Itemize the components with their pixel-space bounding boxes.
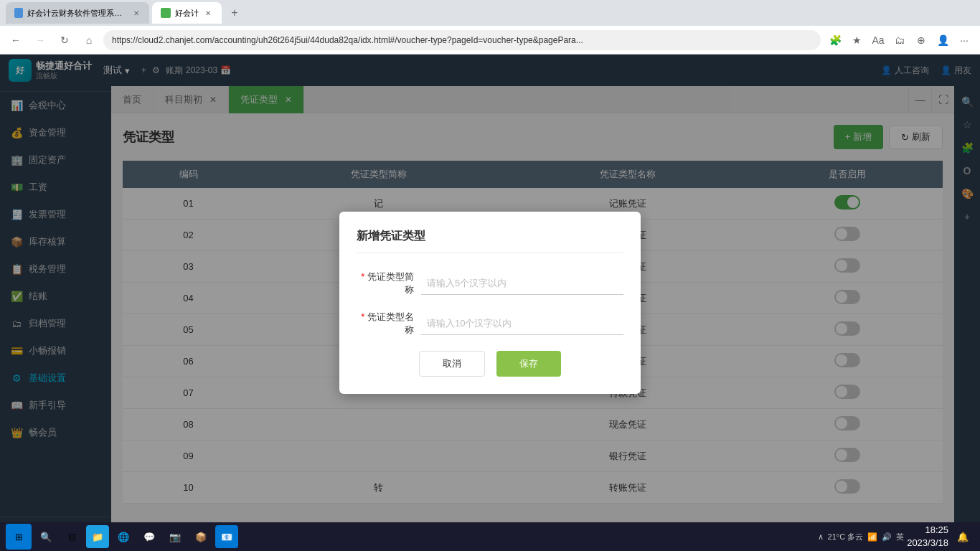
- address-input[interactable]: [103, 30, 821, 50]
- save-button[interactable]: 保存: [496, 351, 561, 377]
- full-name-row: * 凭证类型名称: [357, 311, 623, 336]
- tab2-close[interactable]: ✕: [203, 8, 213, 18]
- favorites-btn[interactable]: ★: [847, 30, 867, 50]
- forward-button[interactable]: →: [30, 30, 50, 50]
- start-icon: ⊞: [15, 532, 23, 542]
- browser-tab-1[interactable]: 好会计云财务软件管理系统_会计 ✕: [6, 2, 149, 24]
- tab1-title: 好会计云财务软件管理系统_会计: [27, 8, 128, 19]
- cancel-button[interactable]: 取消: [419, 351, 485, 377]
- tab2-title: 好会计: [175, 8, 199, 19]
- extensions-btn[interactable]: 🧩: [825, 30, 845, 50]
- full-name-input[interactable]: [421, 312, 623, 335]
- collections-btn[interactable]: 🗂: [890, 30, 910, 50]
- short-name-row: * 凭证类型简称: [357, 270, 623, 296]
- home-button[interactable]: ⌂: [79, 30, 99, 50]
- refresh-button[interactable]: ↻: [55, 30, 75, 50]
- profile-btn[interactable]: 👤: [933, 30, 953, 50]
- taskbar-store[interactable]: 📦: [189, 525, 212, 548]
- date-display: 2023/3/18: [907, 537, 948, 550]
- wifi-icon: 📶: [867, 532, 877, 542]
- browser-tab-2[interactable]: 好会计 ✕: [152, 2, 222, 24]
- time-display: 18:25: [907, 524, 948, 537]
- short-label-text: 凭证类型简称: [367, 271, 414, 295]
- short-name-label: * 凭证类型简称: [357, 270, 421, 296]
- taskbar-view[interactable]: ⊟: [60, 525, 83, 548]
- modal-title: 新增凭证类型: [357, 229, 623, 253]
- short-name-input[interactable]: [421, 272, 623, 295]
- full-name-label: * 凭证类型名称: [357, 311, 421, 336]
- taskbar-wechat[interactable]: 💬: [138, 525, 161, 548]
- name-required-mark: *: [361, 311, 364, 322]
- taskbar-search[interactable]: 🔍: [34, 525, 57, 548]
- taskbar: ⊞ 🔍 ⊟ 📁 🌐 💬 📷 📦 📧 ∧ 21°C 多云 📶 🔊 英 18:25 …: [0, 522, 980, 551]
- start-button[interactable]: ⊞: [6, 524, 32, 550]
- name-label-text: 凭证类型名称: [367, 311, 414, 335]
- taskbar-notification[interactable]: 🔔: [951, 525, 974, 548]
- tab1-favicon: [14, 8, 23, 18]
- new-tab-button[interactable]: +: [225, 3, 245, 23]
- browser-chrome: 好会计云财务软件管理系统_会计 ✕ 好会计 ✕ + ← → ↻ ⌂ 🧩 ★ Aa…: [0, 0, 980, 55]
- browser-actions: 🧩 ★ Aa 🗂 ⊕ 👤 ···: [825, 30, 974, 50]
- taskbar-mail[interactable]: 📧: [215, 525, 238, 548]
- taskbar-chrome[interactable]: 🌐: [112, 525, 135, 548]
- tray-expand[interactable]: ∧: [818, 532, 824, 542]
- taskbar-photos[interactable]: 📷: [164, 525, 187, 548]
- tab-bar: 好会计云财务软件管理系统_会计 ✕ 好会计 ✕ +: [0, 0, 980, 26]
- more-btn[interactable]: ···: [954, 30, 974, 50]
- read-aloud-btn[interactable]: Aa: [868, 30, 888, 50]
- modal-footer: 取消 保存: [357, 351, 623, 377]
- tab1-close[interactable]: ✕: [132, 8, 141, 18]
- address-bar: ← → ↻ ⌂ 🧩 ★ Aa 🗂 ⊕ 👤 ···: [0, 26, 980, 55]
- browser-settings-btn[interactable]: ⊕: [911, 30, 931, 50]
- modal-overlay: 新增凭证类型 * 凭证类型简称 * 凭证类型名称 取消 保存: [0, 55, 980, 551]
- add-voucher-type-modal: 新增凭证类型 * 凭证类型简称 * 凭证类型名称 取消 保存: [339, 212, 641, 394]
- taskbar-explorer[interactable]: 📁: [86, 525, 109, 548]
- weather-info: 21°C 多云: [828, 532, 864, 542]
- taskbar-clock[interactable]: 18:25 2023/3/18: [907, 524, 948, 550]
- taskbar-sys-tray: ∧ 21°C 多云 📶 🔊 英: [818, 532, 905, 542]
- back-button[interactable]: ←: [6, 30, 26, 50]
- volume-icon: 🔊: [882, 532, 892, 542]
- tab2-favicon: [161, 8, 171, 18]
- short-required-mark: *: [361, 271, 364, 282]
- lang-icon: 英: [896, 532, 904, 542]
